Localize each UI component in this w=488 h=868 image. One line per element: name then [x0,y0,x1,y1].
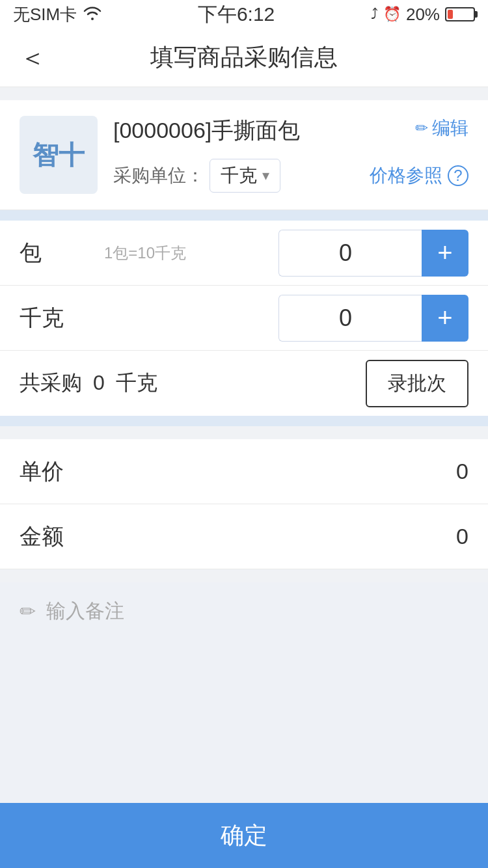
unit-price-label: 单价 [20,457,64,487]
kilogram-qty-input[interactable] [278,295,422,342]
nav-bar: ＜ 填写商品采购信息 [0,29,488,87]
page-title: 填写商品采购信息 [150,42,338,74]
unit-price-value: 0 [456,459,468,484]
status-left: 无SIM卡 [13,3,102,26]
package-input-control: + [278,230,468,277]
package-plus-button[interactable]: + [422,230,468,277]
total-row: 共采购 0 千克 录批次 [0,351,488,416]
package-sublabel: 1包=10千克 [104,243,278,264]
amount-row: 金额 0 [0,504,488,569]
kilogram-row: 千克 + [0,286,488,351]
package-label: 包 [20,238,98,268]
separator-2 [0,416,488,426]
remark-inner: ✏ 输入备注 [20,598,468,625]
status-bar: 无SIM卡 下午6:12 ⤴ ⏰ 20% [0,0,488,29]
unit-select[interactable]: 千克 ▾ [210,159,280,193]
package-row: 包 1包=10千克 + [0,221,488,286]
total-amount: 0 [93,371,105,394]
amount-value: 0 [456,524,468,549]
battery-indicator [445,7,475,21]
purchase-unit-row: 采购单位： 千克 ▾ 价格参照 ? [113,159,468,193]
pencil-icon: ✏ [20,600,36,623]
product-card: 智十 [0000006]手撕面包 ✏ 编辑 采购单位： 千克 ▾ 价格参照 ? [0,100,488,210]
edit-icon: ✏ [415,119,428,137]
input-section: 包 1包=10千克 + 千克 + 共采购 0 千克 录批次 [0,221,488,416]
kilogram-input-control: + [278,295,468,342]
unit-price-row: 单价 0 [0,439,488,504]
package-qty-input[interactable] [278,230,422,277]
remark-section[interactable]: ✏ 输入备注 [0,582,488,686]
product-logo: 智十 [33,137,85,173]
info-section: 单价 0 金额 0 [0,439,488,569]
alarm-icon: ⏰ [383,6,401,23]
wifi-icon [83,5,102,25]
location-icon: ⤴ [371,6,378,23]
purchase-unit-label: 采购单位： [113,163,204,188]
record-batch-button[interactable]: 录批次 [366,360,468,407]
status-right: ⤴ ⏰ 20% [371,5,475,25]
kilogram-label: 千克 [20,303,98,333]
help-icon: ? [448,165,468,186]
status-time: 下午6:12 [198,1,275,28]
back-button[interactable]: ＜ [20,40,46,75]
carrier-text: 无SIM卡 [13,3,77,26]
confirm-bar[interactable]: 确定 [0,803,488,868]
unit-arrow-icon: ▾ [262,167,269,184]
product-info: [0000006]手撕面包 ✏ 编辑 采购单位： 千克 ▾ 价格参照 ? [113,116,468,193]
battery-text: 20% [406,5,440,25]
product-image: 智十 [20,116,98,194]
remark-placeholder: 输入备注 [46,598,124,625]
price-ref-button[interactable]: 价格参照 ? [370,163,468,188]
total-label: 共采购 0 千克 [20,369,157,398]
product-name-row: [0000006]手撕面包 ✏ 编辑 [113,116,468,146]
amount-label: 金额 [20,522,64,552]
confirm-button[interactable]: 确定 [221,820,267,852]
product-name: [0000006]手撕面包 [113,116,409,146]
edit-button[interactable]: ✏ 编辑 [415,116,468,141]
separator-1 [0,210,488,221]
kilogram-plus-button[interactable]: + [422,295,468,342]
